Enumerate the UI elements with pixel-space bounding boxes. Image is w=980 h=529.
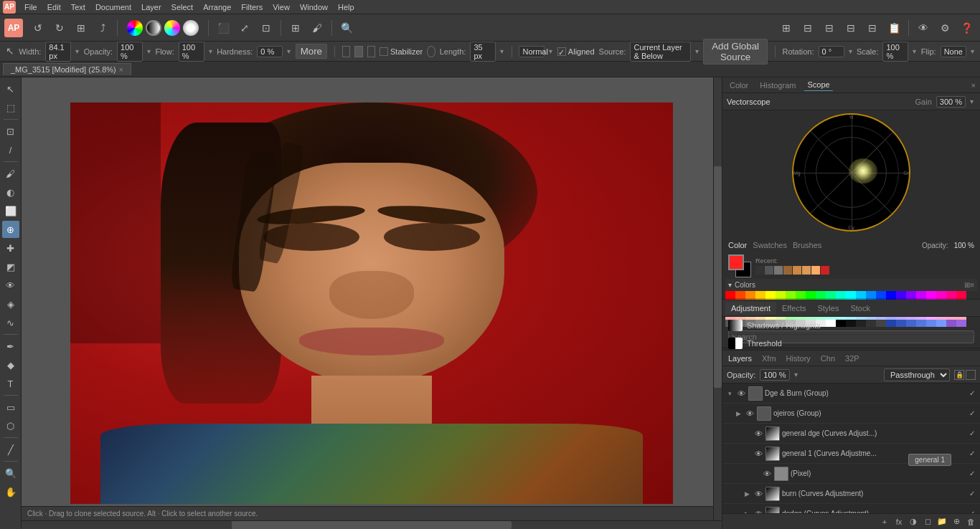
add-global-source-button[interactable]: Add Global Source [703, 39, 767, 65]
stroke-type-3-icon[interactable] [367, 46, 375, 57]
more-button[interactable]: More [296, 44, 327, 59]
vertical-scrollbar[interactable] [713, 77, 722, 520]
tool-paint[interactable]: 🖌 [2, 165, 19, 182]
scope-close-button[interactable]: × [971, 81, 976, 90]
swatch-cell[interactable] [946, 291, 956, 298]
swatch-cell[interactable] [816, 291, 826, 298]
swatch-cell[interactable] [765, 291, 776, 298]
scope-tab-histogram[interactable]: Histogram [757, 80, 798, 91]
duplicate-button[interactable]: ⊕ [950, 515, 963, 528]
view-icon[interactable]: 👁 [914, 19, 933, 37]
tool-sharpen[interactable]: ◈ [2, 295, 19, 313]
swatch-cell[interactable] [906, 291, 916, 298]
tool-fill[interactable]: ⬡ [2, 417, 19, 434]
tool-pointer[interactable]: ↖ [2, 80, 19, 97]
swatch-cell[interactable] [856, 291, 866, 298]
recent-swatch-4[interactable] [783, 266, 792, 275]
tool-erase[interactable]: ⬜ [2, 202, 19, 219]
swatch-cell[interactable] [956, 291, 966, 298]
swatch-cell[interactable] [916, 291, 926, 298]
help-icon[interactable]: ❓ [957, 19, 976, 37]
fx-button[interactable]: fx [892, 515, 905, 528]
tab-close-button[interactable]: × [119, 66, 123, 74]
recent-swatch-7[interactable] [811, 266, 820, 275]
redo-button[interactable]: ↻ [50, 19, 69, 37]
tool-clone[interactable]: ⊕ [2, 221, 19, 238]
swatch-cell[interactable] [755, 291, 765, 298]
transform-icon[interactable]: ⤢ [235, 19, 254, 37]
share-button[interactable]: ⤴ [93, 19, 112, 37]
width-dropdown[interactable]: ▾ [75, 47, 79, 55]
layers-tab-history[interactable]: History [783, 353, 814, 364]
tool-measure[interactable]: ╱ [2, 441, 19, 458]
layer-vis-5[interactable]: 👁 [762, 469, 772, 479]
stabilizer-checkbox[interactable] [380, 47, 388, 56]
menu-text[interactable]: Text [67, 1, 90, 13]
panel-icons-6[interactable]: 📋 [885, 19, 903, 37]
colors-list-view[interactable]: ≡ [970, 281, 974, 289]
colors-grid-view[interactable]: ⊞ [964, 281, 970, 289]
swatch-cell[interactable] [725, 291, 735, 298]
fg-color-box[interactable] [728, 254, 744, 270]
layers-setting-icon[interactable] [966, 370, 976, 380]
recent-swatch-5[interactable] [793, 266, 801, 275]
layer-vis-1[interactable]: 👁 [736, 389, 746, 399]
scope-tab-color[interactable]: Color [727, 80, 751, 91]
adj-item-threshold[interactable]: Threshold [722, 335, 980, 350]
move-tool-icon[interactable]: ↖ [6, 45, 14, 58]
color-panel-tab-brushes[interactable]: Brushes [793, 241, 821, 249]
panel-icons-2[interactable]: ⊟ [798, 19, 817, 37]
mode-dropdown[interactable]: ▾ [549, 47, 552, 55]
undo-button[interactable]: ↺ [29, 19, 47, 37]
layers-lock-icon[interactable]: 🔒 [954, 370, 964, 380]
menu-window[interactable]: Window [296, 1, 332, 13]
stroke-type-2-icon[interactable] [354, 46, 362, 57]
panel-icons-3[interactable]: ⊟ [820, 19, 839, 37]
layer-vis-2[interactable]: 👁 [745, 409, 755, 419]
flip-dropdown[interactable]: ▾ [971, 47, 974, 55]
length-value[interactable]: 35 px [470, 42, 496, 62]
settings-icon[interactable]: ⚙ [936, 19, 954, 37]
layers-tab-32p[interactable]: 32P [842, 353, 862, 364]
recent-swatch-6[interactable] [802, 266, 811, 275]
flow-dropdown[interactable]: ▾ [209, 47, 212, 55]
tool-node[interactable]: ◆ [2, 356, 19, 373]
layer-row-burn[interactable]: ▶ 👁 burn (Curves Adjustment) ✓ [722, 484, 980, 504]
layer-vis-6[interactable]: 👁 [753, 489, 763, 499]
hardness-value[interactable]: 0 % [257, 46, 283, 57]
layers-opacity-value[interactable]: 100 % [760, 369, 789, 381]
scope-dropdown[interactable]: ▾ [695, 47, 699, 55]
layer-check-5[interactable]: ✓ [967, 469, 977, 479]
swatch-cell[interactable] [796, 291, 806, 298]
layer-row-general-dge[interactable]: 👁 general dge (Curves Adjust...) ✓ [722, 424, 980, 444]
stroke-type-icon[interactable] [342, 46, 350, 57]
recent-swatch-3[interactable] [774, 266, 783, 275]
recent-swatch-2[interactable] [765, 266, 773, 275]
tone-curve-icon[interactable] [146, 20, 161, 36]
align-left-icon[interactable]: ⬛ [214, 19, 232, 37]
recent-swatch-1[interactable] [755, 266, 764, 275]
delete-button[interactable]: 🗑 [964, 515, 977, 528]
tool-straighten[interactable]: / [2, 141, 19, 158]
color-ring-icon[interactable] [164, 20, 180, 36]
menu-select[interactable]: Select [167, 1, 198, 13]
flow-value[interactable]: 100 % [179, 42, 204, 62]
horizontal-scrollbar[interactable] [22, 520, 722, 529]
rotation-dropdown[interactable]: ▾ [849, 47, 852, 55]
scrollbar-v-thumb[interactable] [714, 166, 722, 388]
document-tab[interactable]: _MG_3515 [Modified] (25.8%) × [3, 63, 131, 75]
menu-arrange[interactable]: Arrange [199, 1, 235, 13]
layer-expand-1[interactable]: ▾ [725, 389, 734, 398]
menu-file[interactable]: File [20, 1, 42, 13]
layer-expand-6[interactable]: ▶ [743, 490, 751, 498]
swatch-cell[interactable] [846, 291, 856, 298]
adj-tab-stock[interactable]: Stock [844, 302, 876, 315]
canvas-image[interactable] [70, 103, 673, 504]
panel-icons-5[interactable]: ⊟ [863, 19, 882, 37]
swatch-cell[interactable] [876, 291, 886, 298]
color-circle-icon[interactable] [183, 20, 199, 36]
layer-check-3[interactable]: ✓ [967, 429, 977, 439]
tool-shape[interactable]: ▭ [2, 399, 19, 416]
rotation-value[interactable]: 0 ° [819, 46, 844, 57]
swatch-cell[interactable] [836, 291, 846, 298]
